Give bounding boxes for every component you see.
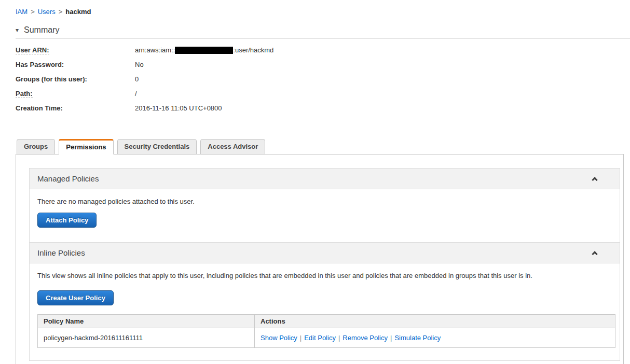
inline-policies-section: Inline Policies This view shows all inli… xyxy=(29,242,620,361)
redacted-account-id xyxy=(175,47,233,54)
inline-policies-header[interactable]: Inline Policies xyxy=(30,243,620,263)
summary-divider xyxy=(16,38,630,38)
action-separator: | xyxy=(336,334,343,342)
breadcrumb-link-iam[interactable]: IAM xyxy=(16,8,28,16)
inline-policies-table: Policy Name Actions policygen-hackmd-201… xyxy=(37,314,615,348)
tab-permissions[interactable]: Permissions xyxy=(59,139,113,155)
show-policy-link[interactable]: Show Policy xyxy=(261,334,297,342)
inline-policies-title: Inline Policies xyxy=(37,248,85,257)
has-password-label: Has Password: xyxy=(16,61,135,69)
action-separator: | xyxy=(388,334,394,342)
creation-time-value: 2016-11-16 11:05 UTC+0800 xyxy=(135,104,222,113)
attach-policy-button[interactable]: Attach Policy xyxy=(37,213,97,228)
user-arn-value: arn:aws:iam:::user/hackmd xyxy=(135,46,273,54)
breadcrumb: IAM>Users>hackmd xyxy=(0,0,630,16)
chevron-up-icon[interactable] xyxy=(592,177,597,183)
permissions-tab-panel: Managed Policies There are no managed po… xyxy=(16,154,624,364)
summary-title: Summary xyxy=(24,25,59,35)
path-label: Path: xyxy=(16,90,33,98)
creation-time-label: Creation Time: xyxy=(16,104,135,113)
managed-policies-title: Managed Policies xyxy=(37,174,99,183)
summary-header: ▾ Summary xyxy=(16,25,630,35)
tab-groups[interactable]: Groups xyxy=(17,139,55,155)
action-separator: | xyxy=(297,334,304,342)
field-path: Path: / xyxy=(16,90,630,98)
has-password-value: No xyxy=(135,61,144,69)
field-groups: Groups (for this user): 0 xyxy=(16,75,630,83)
create-user-policy-button[interactable]: Create User Policy xyxy=(37,290,114,305)
chevron-up-icon[interactable] xyxy=(592,251,597,257)
tab-access-advisor[interactable]: Access Advisor xyxy=(200,139,265,155)
column-header-policy-name: Policy Name xyxy=(38,315,255,328)
managed-policies-empty-message: There are no managed policies attached t… xyxy=(37,198,612,205)
breadcrumb-link-users[interactable]: Users xyxy=(38,8,56,16)
summary-fields: User ARN: arn:aws:iam:::user/hackmd Has … xyxy=(16,46,630,113)
remove-policy-link[interactable]: Remove Policy xyxy=(343,334,388,342)
path-value: / xyxy=(135,90,137,98)
groups-value: 0 xyxy=(135,75,139,83)
policy-actions-cell: Show Policy|Edit Policy|Remove Policy|Si… xyxy=(255,328,615,348)
breadcrumb-separator: > xyxy=(28,8,38,16)
user-arn-label: User ARN: xyxy=(16,46,49,54)
managed-policies-section: Managed Policies There are no managed po… xyxy=(29,168,620,243)
tab-bar: Groups Permissions Security Credentials … xyxy=(17,139,630,155)
breadcrumb-current-user: hackmd xyxy=(65,8,91,16)
field-has-password: Has Password: No xyxy=(16,61,630,69)
field-user-arn: User ARN: arn:aws:iam:::user/hackmd xyxy=(16,46,630,54)
simulate-policy-link[interactable]: Simulate Policy xyxy=(394,334,441,342)
column-header-actions: Actions xyxy=(255,315,615,328)
edit-policy-link[interactable]: Edit Policy xyxy=(304,334,336,342)
field-creation-time: Creation Time: 2016-11-16 11:05 UTC+0800 xyxy=(16,104,630,113)
table-row: policygen-hackmd-201611161111 Show Polic… xyxy=(38,328,615,348)
managed-policies-header[interactable]: Managed Policies xyxy=(30,169,620,189)
inline-policies-description: This view shows all inline policies that… xyxy=(37,272,612,279)
policy-name-cell: policygen-hackmd-201611161111 xyxy=(38,328,255,348)
breadcrumb-separator: > xyxy=(56,8,66,16)
groups-label: Groups (for this user): xyxy=(16,75,135,83)
triangle-down-icon[interactable]: ▾ xyxy=(16,26,19,34)
tab-security-credentials[interactable]: Security Credentials xyxy=(117,139,197,155)
